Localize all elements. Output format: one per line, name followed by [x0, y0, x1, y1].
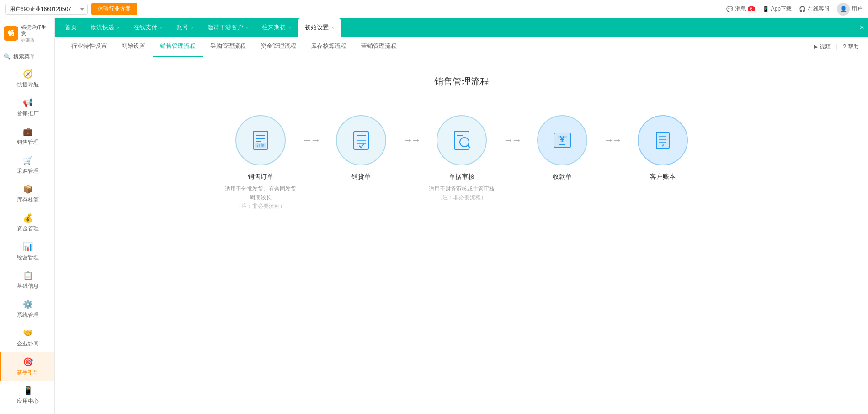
top-bar-right: 💬 消息 6 📱 App下载 🎧 在线客服 👤 用户 — [726, 3, 863, 16]
search-icon: 🔍 — [4, 53, 11, 60]
sidebar-item-operation[interactable]: 📊 经营管理 — [0, 237, 54, 266]
page-title: 销售管理流程 — [82, 75, 841, 88]
collab-icon: 🤝 — [23, 328, 33, 338]
tab-payment-close[interactable]: × — [160, 25, 163, 30]
flow-step-name-audit: 单据审核 — [449, 173, 474, 181]
search-label: 搜索菜单 — [13, 53, 35, 61]
inventory-icon: 📦 — [23, 184, 33, 194]
sidebar-item-label: 采购管理 — [17, 167, 39, 175]
online-service-item[interactable]: 🎧 在线客服 — [799, 5, 830, 13]
sidebar-item-collab[interactable]: 🤝 企业协同 — [0, 324, 54, 352]
flow-arrow-1: →→ — [297, 115, 325, 146]
sidebar-item-label: 新手引导 — [17, 369, 39, 377]
sidebar-item-label: 营销推广 — [17, 110, 39, 117]
sub-tabs: 行业特性设置 初始设置 销售管理流程 采购管理流程 资金管理流程 库存核算流程 — [55, 37, 868, 57]
tab-logistics[interactable]: 物流快递 × — [84, 18, 126, 37]
message-badge: 6 — [748, 6, 755, 11]
flow-step-audit[interactable]: 单据审核 适用于财务审核或主管审核 （注：非必要流程） — [425, 115, 498, 202]
sub-tab-initial[interactable]: 初始设置 — [114, 37, 153, 57]
sidebar-item-quick-nav[interactable]: 🧭 快捷导航 — [0, 64, 54, 93]
close-all-tabs[interactable]: × — [859, 23, 864, 32]
svg-rect-18 — [558, 136, 567, 138]
flow-step-ledger[interactable]: ¥ 客户账本 — [626, 115, 699, 185]
sub-tab-industry[interactable]: 行业特性设置 — [64, 37, 114, 57]
tab-period-label: 往来期初 — [262, 23, 286, 32]
flow-arrow-2: →→ — [398, 115, 425, 146]
sub-tab-purchase-flow[interactable]: 采购管理流程 — [203, 37, 253, 57]
sidebar-item-label: 销售管理 — [17, 138, 39, 146]
sales-icon: 💼 — [23, 127, 33, 137]
svg-text:¥: ¥ — [661, 143, 664, 148]
avatar: 👤 — [837, 3, 850, 16]
tab-invite-close[interactable]: × — [246, 25, 249, 30]
play-icon: ▶ — [814, 43, 818, 50]
system-icon: ⚙️ — [23, 299, 33, 309]
help-action[interactable]: ? 帮助 — [843, 43, 859, 51]
tab-account-label: 账号 — [176, 23, 188, 32]
marketing-icon: 📢 — [23, 98, 33, 108]
divider: | — [836, 43, 837, 50]
flow-circle-invoice — [336, 115, 386, 165]
user-selector[interactable]: 用户690企业1660120507 — [5, 4, 88, 15]
flow-step-sales-order[interactable]: 订单 销售订单 适用于分批发货、有合同发货周期较长 （注：非必要流程） — [224, 115, 297, 211]
sidebar-item-label: 库存核算 — [17, 196, 39, 204]
sub-tab-marketing-flow[interactable]: 营销管理流程 — [354, 37, 404, 57]
sub-tab-sales-flow[interactable]: 销售管理流程 — [153, 37, 203, 57]
sidebar-item-apps[interactable]: 📱 应用中心 — [0, 381, 54, 410]
sidebar-item-label: 快捷导航 — [17, 81, 39, 89]
flow-step-invoice[interactable]: 销货单 — [325, 115, 398, 185]
sidebar-item-wechat[interactable]: 💬 企业微信 — [0, 410, 54, 414]
flow-step-desc-audit: 适用于财务审核或主管审核 （注：非必要流程） — [429, 185, 495, 202]
sidebar-item-label: 应用中心 — [17, 398, 39, 405]
sidebar-item-finance[interactable]: 💰 资金管理 — [0, 208, 54, 237]
tab-init-close[interactable]: × — [331, 25, 334, 30]
tab-logistics-close[interactable]: × — [117, 25, 120, 30]
experience-button[interactable]: 体验行业方案 — [91, 3, 137, 15]
sidebar-item-marketing[interactable]: 📢 营销推广 — [0, 93, 54, 122]
sidebar-item-inventory[interactable]: 📦 库存核算 — [0, 180, 54, 208]
guide-icon: 🎯 — [23, 357, 33, 367]
svg-rect-6 — [354, 131, 368, 149]
message-icon: 💬 — [726, 6, 733, 12]
tab-home-label: 首页 — [65, 23, 77, 32]
user-avatar-item[interactable]: 👤 用户 — [837, 3, 863, 16]
flow-step-receipt[interactable]: ¥ 收款单 — [526, 115, 599, 185]
sidebar-item-label: 资金管理 — [17, 225, 39, 233]
sidebar-item-label: 经营管理 — [17, 254, 39, 261]
online-service-label: 在线客服 — [808, 5, 830, 13]
svg-text:订单: 订单 — [257, 143, 264, 148]
flow-section: 销售管理流程 订单 — [55, 57, 868, 229]
video-action[interactable]: ▶ 视频 — [814, 43, 831, 51]
message-item[interactable]: 💬 消息 6 — [726, 5, 755, 13]
sidebar-item-basic[interactable]: 📋 基础信息 — [0, 266, 54, 295]
sidebar-item-system[interactable]: ⚙️ 系统管理 — [0, 295, 54, 324]
sidebar-item-purchase[interactable]: 🛒 采购管理 — [0, 151, 54, 180]
tab-invite[interactable]: 邀请下游客户 × — [201, 18, 255, 37]
flow-step-name-ledger: 客户账本 — [650, 173, 676, 181]
tab-init[interactable]: 初始设置 × — [298, 18, 341, 37]
app-icon: 📱 — [762, 6, 769, 12]
sub-tab-inventory-calc[interactable]: 库存核算流程 — [304, 37, 354, 57]
tab-account-close[interactable]: × — [191, 25, 194, 30]
purchase-icon: 🛒 — [23, 155, 33, 165]
page-content: 行业特性设置 初始设置 销售管理流程 采购管理流程 资金管理流程 库存核算流程 — [55, 37, 868, 414]
basic-icon: 📋 — [23, 271, 33, 281]
tab-payment[interactable]: 在线支付 × — [127, 18, 169, 37]
tab-period-close[interactable]: × — [288, 25, 291, 30]
main-content: 首页 物流快递 × 在线支付 × 账号 × 邀请下游客户 × 往来期初 × — [55, 18, 868, 414]
apps-icon: 📱 — [23, 386, 33, 396]
help-icon: ? — [843, 43, 846, 50]
sidebar-item-guide[interactable]: 🎯 新手引导 — [0, 352, 54, 381]
search-menu[interactable]: 🔍 搜索菜单 — [0, 49, 54, 64]
tab-home[interactable]: 首页 — [59, 18, 83, 37]
tab-account[interactable]: 账号 × — [170, 18, 200, 37]
tab-init-label: 初始设置 — [305, 23, 329, 32]
sub-tab-finance-flow[interactable]: 资金管理流程 — [253, 37, 304, 57]
tab-period[interactable]: 往来期初 × — [256, 18, 298, 37]
app-download-item[interactable]: 📱 App下载 — [762, 5, 792, 13]
sidebar-item-sales[interactable]: 💼 销售管理 — [0, 122, 54, 151]
sidebar-item-label: 企业协同 — [17, 340, 39, 348]
sidebar-logo: 畅 畅捷通好生意 标准版 — [0, 18, 54, 49]
flow-step-name-invoice: 销货单 — [351, 173, 371, 181]
flow-diagram: 订单 销售订单 适用于分批发货、有合同发货周期较长 （注：非必要流程） →→ — [82, 115, 841, 211]
